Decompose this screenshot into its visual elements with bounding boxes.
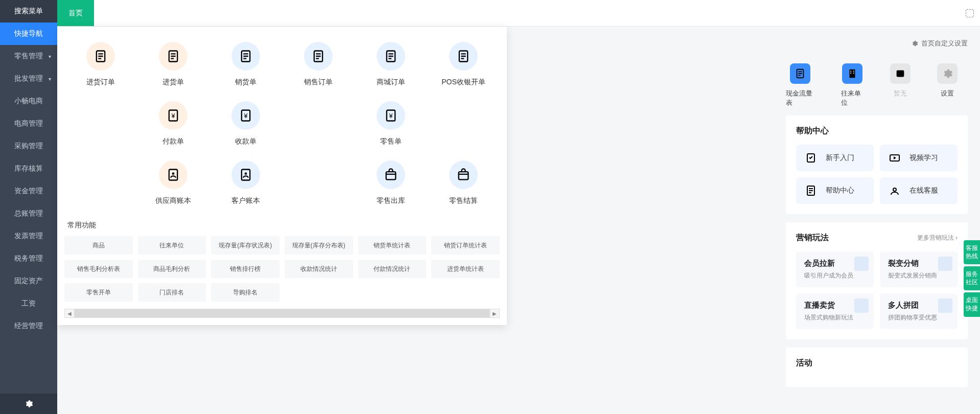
- common-func-6[interactable]: 销售毛利分析表: [64, 260, 133, 278]
- flow-node-10[interactable]: 客户账本: [209, 160, 282, 205]
- help-item-0[interactable]: 新手入门: [796, 145, 874, 171]
- flow-node-label: 零售单: [380, 137, 402, 146]
- marketing-item-2[interactable]: 直播卖货场景式购物新玩法: [796, 293, 874, 329]
- tab-home[interactable]: 首页: [57, 0, 94, 26]
- common-func-3[interactable]: 现存量(库存分布表): [285, 236, 353, 255]
- sidebar-item-3[interactable]: 小畅电商: [0, 90, 57, 112]
- common-func-1[interactable]: 往来单位: [138, 236, 206, 255]
- sidebar-item-label: 电商管理: [14, 119, 43, 128]
- flow-node-label: 客户账本: [231, 196, 260, 205]
- quick-shortcut-1[interactable]: 往来单位: [841, 63, 864, 107]
- doc-icon: [804, 184, 818, 197]
- quick-shortcut-3[interactable]: 设置: [937, 63, 958, 107]
- sidebar-search[interactable]: 搜索菜单: [0, 0, 57, 22]
- building-icon: [842, 63, 862, 84]
- help-item-3[interactable]: 在线客服: [880, 177, 958, 204]
- flow-node-6[interactable]: 付款单: [137, 101, 209, 146]
- box-out-icon: [377, 160, 405, 189]
- sidebar-item-label: 经营管理: [14, 321, 43, 331]
- flow-node-2[interactable]: 销货单: [209, 42, 282, 87]
- horizontal-scrollbar[interactable]: ◀ ▶: [64, 309, 500, 318]
- flow-node-label: 供应商账本: [155, 196, 191, 205]
- scroll-right-arrow[interactable]: ▶: [490, 309, 499, 317]
- flow-node-7[interactable]: 收款单: [209, 101, 282, 146]
- marketing-item-3[interactable]: 多人拼团拼团购物享受优惠: [880, 293, 958, 329]
- quick-nav-flyout: 进货订单进货单销货单销售订单商城订单POS收银开单付款单收款单零售单供应商账本客…: [57, 27, 507, 325]
- sidebar-item-6[interactable]: 库存核算: [0, 157, 57, 180]
- sidebar-item-label: 小畅电商: [14, 97, 43, 106]
- float-help-2[interactable]: 桌面快捷: [964, 292, 980, 316]
- flow-node-label: 销售订单: [304, 78, 333, 87]
- marketing-item-0[interactable]: 会员拉新吸引用户成为会员: [796, 251, 874, 287]
- quick-shortcut-label: 往来单位: [841, 89, 864, 107]
- common-func-11[interactable]: 进货单统计表: [431, 260, 500, 278]
- flow-node-9[interactable]: 供应商账本: [137, 160, 209, 205]
- flow-node-0[interactable]: 进货订单: [64, 42, 137, 87]
- help-item-2[interactable]: 帮助中心: [796, 177, 874, 204]
- common-func-4[interactable]: 销货单统计表: [358, 236, 427, 255]
- sidebar-item-11[interactable]: 固定资产: [0, 270, 57, 292]
- vendor-icon: [159, 160, 188, 189]
- common-func-10[interactable]: 付款情况统计: [358, 260, 427, 278]
- sidebar-settings-button[interactable]: [0, 394, 57, 414]
- marketing-item-1[interactable]: 裂变分销裂变式发展分销商: [880, 251, 958, 287]
- support-icon: [888, 184, 901, 197]
- common-func-8[interactable]: 销售排行榜: [211, 260, 279, 278]
- sidebar-search-label: 搜索菜单: [14, 7, 43, 16]
- quick-shortcut-2: 暂无: [890, 63, 911, 107]
- gear-icon: [911, 40, 918, 47]
- common-func-9[interactable]: 收款情况统计: [285, 260, 353, 278]
- common-func-7[interactable]: 商品毛利分析: [138, 260, 206, 278]
- chevron-down-icon: ▾: [49, 54, 51, 59]
- home-customize-link[interactable]: 首页自定义设置: [786, 39, 968, 48]
- float-help-0[interactable]: 客服热线: [964, 240, 980, 264]
- common-func-0[interactable]: 商品: [64, 236, 133, 255]
- sidebar-item-8[interactable]: 总账管理: [0, 202, 57, 225]
- sidebar-item-2[interactable]: 批发管理▾: [0, 67, 57, 90]
- common-func-12[interactable]: 零售开单: [64, 283, 133, 302]
- sidebar-item-label: 总账管理: [14, 209, 43, 218]
- sidebar-item-12[interactable]: 工资: [0, 292, 57, 315]
- flow-node-4[interactable]: 商城订单: [355, 42, 427, 87]
- float-help-1[interactable]: 服务社区: [964, 266, 980, 290]
- flow-node-12[interactable]: 零售结算: [427, 160, 500, 205]
- common-func-2[interactable]: 现存量(库存状况表): [211, 236, 279, 255]
- sidebar-item-7[interactable]: 资金管理: [0, 180, 57, 202]
- marketing-more-link[interactable]: 更多营销玩法 ›: [917, 234, 958, 242]
- quick-shortcut-0[interactable]: 现金流量表: [786, 63, 814, 107]
- sidebar-item-5[interactable]: 采购管理: [0, 135, 57, 157]
- flow-node-label: 零售出库: [377, 196, 405, 205]
- help-center-title: 帮助中心: [796, 126, 829, 136]
- sidebar-item-0[interactable]: 快捷导航: [0, 22, 57, 45]
- sidebar-item-1[interactable]: 零售管理▾: [0, 45, 57, 67]
- flow-node-1[interactable]: 进货单: [137, 42, 209, 87]
- sidebar-item-label: 固定资产: [14, 277, 43, 286]
- scroll-left-arrow[interactable]: ◀: [65, 309, 74, 317]
- sidebar-item-13[interactable]: 经营管理: [0, 315, 57, 337]
- help-item-label: 帮助中心: [826, 186, 854, 195]
- flow-node-3[interactable]: 销售订单: [282, 42, 355, 87]
- activity-title: 活动: [796, 358, 812, 369]
- help-item-label: 新手入门: [826, 153, 854, 163]
- sidebar-item-label: 发票管理: [14, 232, 43, 241]
- sidebar-item-label: 采购管理: [14, 142, 43, 151]
- help-center-card: 帮助中心 新手入门视频学习帮助中心在线客服: [786, 116, 968, 214]
- scroll-track[interactable]: [74, 309, 490, 317]
- flow-node-5[interactable]: POS收银开单: [427, 42, 500, 87]
- flow-node-8[interactable]: 零售单: [355, 101, 427, 146]
- list-icon: [377, 42, 405, 71]
- common-func-14[interactable]: 导购排名: [211, 283, 279, 302]
- fullscreen-button[interactable]: [960, 0, 980, 26]
- sidebar-item-label: 零售管理: [14, 52, 43, 61]
- common-func-13[interactable]: 门店排名: [138, 283, 206, 302]
- common-func-5[interactable]: 销货订单统计表: [431, 236, 500, 255]
- sidebar-item-label: 工资: [21, 299, 36, 308]
- expand-icon: [966, 9, 974, 17]
- sidebar-item-10[interactable]: 税务管理: [0, 247, 57, 270]
- marketing-item-desc: 吸引用户成为会员: [804, 271, 866, 280]
- help-item-1[interactable]: 视频学习: [880, 145, 958, 171]
- flow-node-11[interactable]: 零售出库: [355, 160, 427, 205]
- sidebar-item-9[interactable]: 发票管理: [0, 225, 57, 247]
- activity-card: 活动: [786, 348, 968, 387]
- sidebar-item-4[interactable]: 电商管理: [0, 112, 57, 135]
